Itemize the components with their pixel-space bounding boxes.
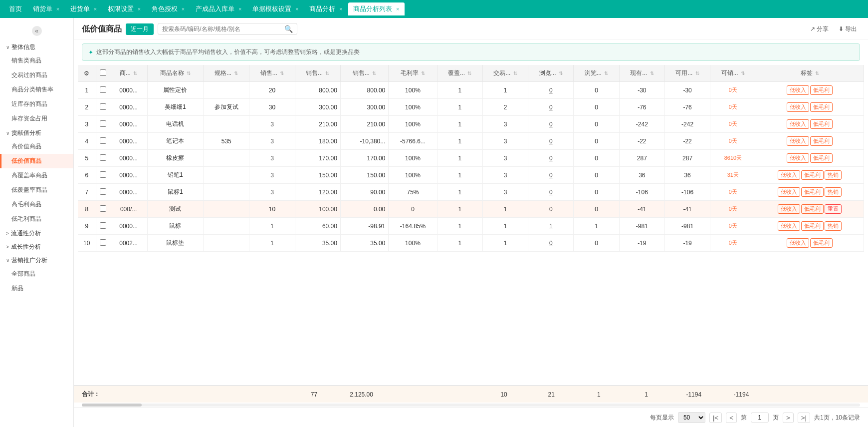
nav-purchase[interactable]: 进货单 × xyxy=(65,2,102,15)
sidebar-item-all-products[interactable]: 全部商品 xyxy=(0,267,73,281)
prev-page-btn[interactable]: < xyxy=(726,413,737,423)
th-sellable[interactable]: 可销... ⇅ xyxy=(710,65,756,82)
row-checkbox-cell[interactable] xyxy=(96,150,110,167)
table-container[interactable]: ⚙ 商... ⇅ 商品名称 ⇅ 规格... ⇅ 销售... ⇅ 销售... ⇅ … xyxy=(74,65,868,385)
sidebar-item-near-stock[interactable]: 近库存的商品 xyxy=(0,97,73,111)
row-views1[interactable]: 0 xyxy=(528,167,574,184)
sidebar-item-sales-products[interactable]: 销售类商品 xyxy=(0,53,73,68)
th-stock[interactable]: 现有... ⇅ xyxy=(619,65,664,82)
th-checkbox[interactable] xyxy=(96,65,110,82)
row-checkbox[interactable] xyxy=(100,239,106,246)
nav-sales[interactable]: 销货单 × xyxy=(28,2,64,15)
close-icon[interactable]: × xyxy=(339,6,342,12)
th-tags[interactable]: 标签 ⇅ xyxy=(756,65,864,82)
page-number-input[interactable] xyxy=(751,413,769,423)
sidebar-item-traded-products[interactable]: 交易过的商品 xyxy=(0,68,73,82)
th-views2[interactable]: 浏览... ⇅ xyxy=(574,65,619,82)
view1-link[interactable]: 0 xyxy=(549,104,553,111)
th-sale-amount[interactable]: 销售... ⇅ xyxy=(340,65,388,82)
nav-product-analysis-list[interactable]: 商品分析列表 × xyxy=(348,2,404,15)
view1-link[interactable]: 0 xyxy=(549,87,553,94)
horizontal-scrollbar[interactable] xyxy=(82,404,860,407)
first-page-btn[interactable]: |< xyxy=(709,413,722,423)
sidebar-item-low-margin[interactable]: 低毛利商品 xyxy=(0,212,73,226)
row-checkbox-cell[interactable] xyxy=(96,82,110,99)
row-checkbox[interactable] xyxy=(100,137,106,144)
nav-permissions[interactable]: 权限设置 × xyxy=(103,2,146,15)
row-views1[interactable]: 0 xyxy=(528,116,574,133)
page-size-select[interactable]: 50 100 200 xyxy=(678,412,705,423)
sidebar-item-high-value[interactable]: 高价值商品 xyxy=(0,139,73,154)
row-checkbox-cell[interactable] xyxy=(96,133,110,150)
th-gross-rate[interactable]: 毛利率 ⇅ xyxy=(389,65,437,82)
th-sale-qty[interactable]: 销售... ⇅ xyxy=(249,65,295,82)
row-checkbox[interactable] xyxy=(100,222,106,229)
sidebar-group-overall[interactable]: ∨ 整体信息 xyxy=(0,40,73,53)
close-icon[interactable]: × xyxy=(238,6,241,12)
th-transactions[interactable]: 交易... ⇅ xyxy=(482,65,528,82)
row-views1[interactable]: 0 xyxy=(528,184,574,201)
row-checkbox[interactable] xyxy=(100,154,106,161)
row-checkbox-cell[interactable] xyxy=(96,235,110,252)
close-icon[interactable]: × xyxy=(182,6,185,12)
share-btn[interactable]: ↗ 分享 xyxy=(807,23,832,35)
view1-link[interactable]: 0 xyxy=(549,172,553,179)
th-spec[interactable]: 规格... ⇅ xyxy=(204,65,249,82)
row-checkbox-cell[interactable] xyxy=(96,116,110,133)
close-icon[interactable]: × xyxy=(94,6,97,12)
row-views1[interactable]: 0 xyxy=(528,82,574,99)
row-checkbox-cell[interactable] xyxy=(96,201,110,218)
sidebar-item-high-coverage[interactable]: 高覆盖率商品 xyxy=(0,168,73,183)
th-coverage[interactable]: 覆盖... ⇅ xyxy=(437,65,482,82)
row-views1[interactable]: 0 xyxy=(528,150,574,167)
export-btn[interactable]: ⬇ 导出 xyxy=(836,23,860,35)
filter-recent-month-btn[interactable]: 近一月 xyxy=(126,23,154,35)
sidebar-item-high-margin[interactable]: 高毛利商品 xyxy=(0,197,73,212)
th-views1[interactable]: 浏览... ⇅ xyxy=(528,65,574,82)
view1-link[interactable]: 0 xyxy=(549,138,553,145)
row-views1[interactable]: 0 xyxy=(528,235,574,252)
sidebar-group-contribution[interactable]: ∨ 贡献值分析 xyxy=(0,126,73,139)
close-icon[interactable]: × xyxy=(56,6,59,12)
nav-roles[interactable]: 角色授权 × xyxy=(147,2,190,15)
select-all-checkbox[interactable] xyxy=(100,69,106,76)
row-checkbox-cell[interactable] xyxy=(96,184,110,201)
row-views1[interactable]: 0 xyxy=(528,99,574,116)
sidebar-group-marketing[interactable]: ∨ 营销推广分析 xyxy=(0,253,73,267)
sidebar-group-growth[interactable]: > 成长性分析 xyxy=(0,240,73,253)
scrollbar-thumb[interactable] xyxy=(82,404,142,407)
close-icon[interactable]: × xyxy=(295,6,298,12)
th-name[interactable]: 商品名称 ⇅ xyxy=(147,65,203,82)
th-code[interactable]: 商... ⇅ xyxy=(110,65,147,82)
view1-link[interactable]: 0 xyxy=(549,240,553,247)
view1-link[interactable]: 1 xyxy=(549,223,553,230)
row-checkbox-cell[interactable] xyxy=(96,99,110,116)
row-views1[interactable]: 0 xyxy=(528,133,574,150)
row-checkbox-cell[interactable] xyxy=(96,167,110,184)
sidebar-item-stock-capital[interactable]: 库存资金占用 xyxy=(0,111,73,126)
row-checkbox[interactable] xyxy=(100,171,106,178)
row-checkbox[interactable] xyxy=(100,86,106,93)
close-icon[interactable]: × xyxy=(138,6,141,12)
row-checkbox[interactable] xyxy=(100,205,106,212)
sidebar-item-category-sales-rate[interactable]: 商品分类销售率 xyxy=(0,82,73,97)
view1-link[interactable]: 0 xyxy=(549,189,553,196)
view1-link[interactable]: 0 xyxy=(549,206,553,213)
search-input[interactable] xyxy=(162,25,282,32)
row-views1[interactable]: 1 xyxy=(528,218,574,235)
nav-template-settings[interactable]: 单据模板设置 × xyxy=(247,2,303,15)
sidebar-item-new-products[interactable]: 新品 xyxy=(0,281,73,296)
close-icon[interactable]: × xyxy=(396,6,399,12)
sidebar-group-circulation[interactable]: > 流通性分析 xyxy=(0,226,73,240)
row-checkbox-cell[interactable] xyxy=(96,218,110,235)
sidebar-collapse-btn[interactable]: « xyxy=(32,26,42,36)
th-sale-price[interactable]: 销售... ⇅ xyxy=(295,65,340,82)
row-views1[interactable]: 0 xyxy=(528,201,574,218)
th-available[interactable]: 可用... ⇅ xyxy=(664,65,710,82)
row-checkbox[interactable] xyxy=(100,103,106,110)
nav-product-analysis[interactable]: 商品分析 × xyxy=(304,2,347,15)
view1-link[interactable]: 0 xyxy=(549,155,553,162)
row-checkbox[interactable] xyxy=(100,188,106,195)
sidebar-item-low-coverage[interactable]: 低覆盖率商品 xyxy=(0,183,73,197)
th-gear[interactable]: ⚙ xyxy=(78,65,96,82)
